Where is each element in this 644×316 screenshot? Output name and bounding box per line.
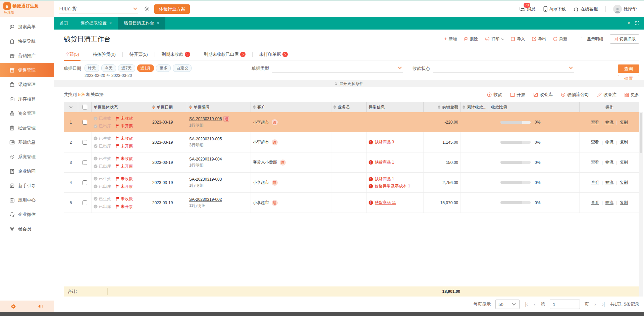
header-amount[interactable]: 实销金额 [423, 102, 460, 112]
sidebar-item-marketing[interactable]: 营销推广 [0, 48, 54, 63]
header-code[interactable]: 单据编号 [187, 102, 251, 112]
close-icon[interactable]: × [109, 21, 112, 26]
show-detail-checkbox[interactable]: 显示明细 [581, 36, 603, 42]
table-scrollbar[interactable] [639, 112, 643, 297]
sidebar-item-sales[interactable]: 销售管理 [0, 63, 54, 77]
sidebar-item-app-center[interactable]: 应用中心 [0, 193, 54, 207]
exception-link[interactable]: 缺货商品 11 [375, 200, 396, 206]
logistics-link[interactable]: 物流 [605, 180, 613, 185]
gear-icon[interactable] [144, 6, 150, 12]
last-page-icon[interactable]: ›| [601, 302, 605, 307]
exception-link[interactable]: 缺货商品 1 [375, 160, 394, 165]
workspace-select[interactable]: 日用百货 [59, 5, 138, 13]
pay-status-select[interactable] [433, 64, 574, 73]
order-code-link[interactable]: SA-20230319-004 [189, 157, 222, 162]
row-checkbox[interactable] [83, 120, 87, 125]
order-code-link[interactable]: SA-20230319-006 [189, 117, 222, 121]
header-date[interactable]: 单据日期 [150, 102, 187, 112]
copy-link[interactable]: 复制 [620, 160, 628, 165]
sidebar-item-search-menu[interactable]: 搜索菜单 [0, 19, 54, 34]
receive-payment-button[interactable]: 收款 [487, 92, 502, 98]
view-link[interactable]: 查看 [591, 180, 599, 185]
trial-plan-button[interactable]: 体验行业方案 [154, 4, 190, 14]
logistics-link[interactable]: 物流 [605, 160, 613, 165]
change-logistics-button[interactable]: 改物流公司 [561, 92, 589, 98]
view-link[interactable]: 查看 [591, 120, 599, 125]
app-download-button[interactable]: App下载 [543, 6, 566, 12]
page-number-input[interactable] [550, 300, 580, 309]
logistics-link[interactable]: 物流 [605, 139, 613, 145]
invoice-button[interactable]: 开票 [510, 92, 525, 98]
select-all-checkbox[interactable] [78, 102, 91, 112]
copy-link[interactable]: 复制 [620, 139, 628, 145]
column-settings-gear-icon[interactable] [64, 102, 78, 112]
filter-tab-all[interactable]: 全部(5) [64, 48, 80, 60]
header-customer[interactable]: 客户 [251, 102, 331, 112]
sidebar-item-beginner-guide[interactable]: 新手引导 [0, 178, 54, 193]
filter-tab-due-unpaid-shipped[interactable]: 到期未收款已出库 5 [203, 48, 247, 60]
quick-more[interactable]: 更多 [156, 64, 171, 72]
collapse-sidebar-icon[interactable] [38, 304, 43, 309]
filter-tab-to-pick[interactable]: 待拣验货(0) [92, 48, 117, 60]
user-menu[interactable]: 徐泽华 [613, 5, 637, 13]
filter-tab-to-invoice[interactable]: 待开票(5) [128, 48, 149, 60]
import-button[interactable]: 导入 [511, 36, 525, 42]
print-button[interactable]: 打印 [485, 36, 504, 42]
view-link[interactable]: 查看 [591, 200, 599, 206]
order-code-link[interactable]: SA-20230319-002 [189, 197, 222, 202]
view-link[interactable]: 查看 [591, 139, 599, 145]
order-code-link[interactable]: SA-20230319-003 [189, 177, 222, 182]
quick-7days[interactable]: 近7天 [118, 64, 135, 72]
sidebar-item-member[interactable]: 畅会员 [0, 222, 54, 236]
logistics-link[interactable]: 物流 [605, 200, 613, 206]
per-page-select[interactable]: 50 [495, 300, 520, 309]
quick-today[interactable]: 今天 [101, 64, 116, 72]
quick-1month[interactable]: 近1月 [137, 64, 154, 72]
messages-button[interactable]: 消息 70 [520, 6, 536, 12]
table-row[interactable]: 2 已生效 未收款 已出库 未开票 2023-03-19 SA-20230319… [64, 132, 639, 152]
sidebar-item-base-info[interactable]: 基础信息 [0, 135, 54, 149]
change-remark-button[interactable]: 改备注 [597, 92, 616, 98]
close-all-icon[interactable]: × [628, 21, 630, 26]
exception-link[interactable]: 缺货商品 3 [375, 139, 394, 145]
sidebar-item-operations[interactable]: 经营管理 [0, 121, 54, 135]
row-checkbox[interactable] [83, 160, 87, 165]
table-row[interactable]: 5 已生效 未收款 已出库 未开票 2023-03-19 SA-20230319… [64, 193, 639, 213]
first-page-icon[interactable]: |‹ [524, 302, 528, 307]
export-button[interactable]: 导出 [532, 36, 546, 42]
header-received[interactable]: 累计收款... [460, 102, 489, 112]
table-row[interactable]: 3 已生效 未收款 已出库 未开票 2023-03-19 SA-20230319… [64, 152, 639, 173]
doc-type-select[interactable] [272, 64, 403, 73]
sidebar-item-inventory[interactable]: 库存核算 [0, 92, 54, 106]
copy-link[interactable]: 复制 [620, 200, 628, 206]
filter-tab-unprinted[interactable]: 未打印单据 5 [258, 48, 289, 60]
order-code-link[interactable]: SA-20230319-005 [189, 137, 222, 141]
sidebar-item-quick-nav[interactable]: 快捷导航 [0, 34, 54, 48]
quick-yesterday[interactable]: 昨天 [85, 64, 99, 72]
view-link[interactable]: 查看 [591, 160, 599, 165]
online-service-button[interactable]: 在线客服 [573, 6, 598, 12]
copy-link[interactable]: 复制 [620, 120, 628, 125]
refresh-button[interactable]: 刷新 [553, 36, 567, 42]
row-checkbox[interactable] [83, 200, 87, 205]
table-row[interactable]: 1 已生效 未收款 已出库 未开票 2023-03-19 SA-20230319… [64, 112, 639, 132]
fullscreen-icon[interactable] [635, 21, 639, 25]
more-actions-button[interactable]: 更多 [625, 92, 639, 98]
copy-link[interactable]: 复制 [620, 180, 628, 185]
sidebar-item-system[interactable]: 系统管理 [0, 149, 54, 164]
query-button[interactable]: 查询 [618, 64, 639, 73]
next-page-icon[interactable]: › [594, 302, 597, 307]
date-range-value[interactable]: 2023-02-20 至 2023-03-20 [85, 73, 192, 79]
switch-old-version-button[interactable]: 切换旧版 [610, 34, 639, 44]
prev-page-icon[interactable]: ‹ [533, 302, 536, 307]
tab-home[interactable]: 首页 [54, 17, 74, 30]
sidebar-item-purchase[interactable]: 采购管理 [0, 77, 54, 92]
exception-link[interactable]: 价格异常及零成本 1 [375, 183, 410, 189]
sidebar-item-funds[interactable]: 资金管理 [0, 106, 54, 121]
exception-link[interactable]: 缺货商品 1 [375, 176, 394, 182]
row-checkbox[interactable] [83, 140, 87, 145]
change-warehouse-button[interactable]: 改仓库 [533, 92, 553, 98]
logistics-link[interactable]: 物流 [605, 120, 613, 125]
row-checkbox[interactable] [83, 180, 87, 185]
table-row[interactable]: 4 已生效 未收款 已出库 未开票 2023-03-19 SA-20230319… [64, 173, 639, 193]
